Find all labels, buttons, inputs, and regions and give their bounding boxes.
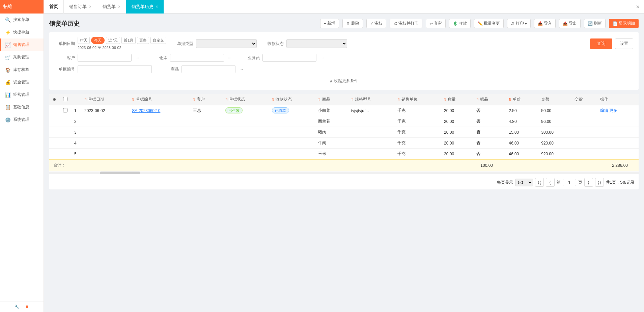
filter-settings-button[interactable]: 设置 (615, 38, 633, 49)
sidebar-item-operations[interactable]: 📊 经营管理 (0, 88, 44, 101)
batch-change-button[interactable]: ✏️ 批量变更 (474, 19, 504, 28)
sidebar-item-quick-nav[interactable]: ⚡ 快捷导航 (0, 26, 44, 38)
sales-mgmt-icon: 📈 (5, 42, 10, 48)
search-menu-icon: 🔍 (5, 17, 10, 23)
filter-actions: 查询 设置 (590, 38, 633, 49)
import-button[interactable]: 📥 导入 (534, 19, 556, 28)
print-button[interactable]: 🖨 打印 ▾ (507, 19, 531, 28)
export-icon: 📤 (563, 21, 568, 26)
warehouse-input[interactable] (170, 54, 224, 62)
sidebar-item-basic-info[interactable]: 📋 基础信息 (0, 101, 44, 113)
product-dots-btn[interactable]: ··· (238, 67, 244, 72)
show-detail-button[interactable]: 📄 显示明细 (609, 19, 639, 28)
salesperson-dots-btn[interactable]: ··· (319, 55, 325, 60)
date-btn-custom[interactable]: 自定义 (150, 37, 166, 44)
close-all-tabs[interactable]: ✕ (632, 4, 644, 9)
basic-info-icon: 📋 (5, 105, 10, 110)
payment-status-badge: 已收款 (272, 107, 289, 113)
customer-dots-btn[interactable]: ··· (134, 55, 140, 60)
query-button[interactable]: 查询 (590, 38, 612, 49)
date-btn-1month[interactable]: 近1月 (121, 37, 136, 44)
tab-delivery[interactable]: 销货单 ✕ (97, 0, 126, 14)
settings-bottom-icon[interactable]: 🔧 (15, 305, 20, 309)
per-page-select[interactable]: 50 100 200 (515, 179, 533, 186)
refresh-icon: 🔄 (588, 21, 593, 26)
row-select-checkbox[interactable] (63, 108, 67, 112)
sidebar-item-system[interactable]: ⚙️ 系统管理 (0, 113, 44, 126)
select-all-checkbox[interactable] (63, 97, 67, 101)
doc-number-link[interactable]: SA-20230602-0 (132, 108, 160, 113)
row-doc-number (129, 127, 190, 138)
sidebar-item-finance[interactable]: 💰 资金管理 (0, 76, 44, 88)
tab-bar: 首页 销售订单 ✕ 销货单 ✕ 销货单历史 ✕ ✕ (44, 0, 644, 14)
export-button[interactable]: 📤 导出 (559, 19, 581, 28)
sales-history-table: ⚙ ⇅ 单据日期 ⇅ 单据编号 ⇅ 客户 ⇅ 单据状态 ⇅ 收款状态 ⇅ 商品 … (49, 94, 639, 159)
customer-input[interactable] (78, 54, 132, 62)
refresh-button[interactable]: 🔄 刷新 (584, 19, 606, 28)
th-unit[interactable]: ⇅ 销售单位 (394, 94, 441, 105)
th-payment-status[interactable]: ⇅ 收款状态 (269, 94, 315, 105)
collect-button[interactable]: 💲 收款 (449, 19, 471, 28)
last-page-btn[interactable]: ⟩⟩ (595, 178, 604, 187)
th-doc-date[interactable]: ⇅ 单据日期 (81, 94, 129, 105)
audit-icon: ✓ (370, 21, 373, 26)
tab-delivery-close[interactable]: ✕ (118, 5, 120, 8)
scrollbar-thumb[interactable] (100, 172, 140, 174)
th-product[interactable]: ⇅ 商品 (315, 94, 347, 105)
date-btn-7days[interactable]: 近7天 (106, 37, 120, 44)
pause-icon[interactable]: ⏸ (25, 305, 29, 309)
tab-delivery-history-close[interactable]: ✕ (156, 5, 158, 8)
sidebar-item-search-menu[interactable]: 🔍 搜索菜单 (0, 14, 44, 26)
warehouse-dots-btn[interactable]: ··· (227, 55, 233, 60)
audit-button[interactable]: ✓ 审核 (366, 19, 386, 28)
filter-collapse-btn[interactable]: ∧ 收起更多条件 (55, 77, 633, 85)
table-scrollbar[interactable] (49, 172, 639, 174)
date-btn-more[interactable]: 更多 (137, 37, 149, 44)
doc-number-input[interactable] (78, 65, 152, 73)
th-settings[interactable]: ⚙ (49, 94, 60, 105)
sidebar-item-label: 经营管理 (13, 92, 29, 98)
table-row: 2 西兰花 千克 20.00 否 4.80 96.00 (49, 116, 639, 127)
th-unit-price[interactable]: ⇅ 单价 (505, 94, 538, 105)
row-gift: 否 (473, 149, 505, 159)
th-spec[interactable]: ⇅ 规格型号 (348, 94, 394, 105)
row-actions: 编辑 更多 (597, 105, 639, 116)
tab-sales-order[interactable]: 销售订单 ✕ (64, 0, 97, 14)
row-num: 4 (71, 138, 81, 149)
sidebar-item-inventory[interactable]: 🏠 库存核算 (0, 63, 44, 76)
th-doc-status[interactable]: ⇅ 单据状态 (222, 94, 269, 105)
row-checkbox (60, 127, 71, 138)
abandon-button[interactable]: ↩ 弃审 (426, 19, 446, 28)
row-doc-date: 2023-06-02 (81, 105, 129, 116)
date-btn-yesterday[interactable]: 昨天 (78, 37, 90, 44)
row-checkbox (60, 149, 71, 159)
prev-page-btn[interactable]: ⟨ (546, 178, 555, 187)
product-input[interactable] (181, 65, 235, 73)
tab-home[interactable]: 首页 (44, 0, 64, 14)
new-button[interactable]: + 新增 (320, 19, 339, 28)
tab-sales-order-close[interactable]: ✕ (89, 5, 91, 8)
payment-status-select[interactable] (286, 39, 347, 48)
row-qty: 20.00 (441, 127, 473, 138)
row-customer (190, 116, 222, 127)
table-footer: 合计： 100.00 2,286.00 (49, 159, 639, 171)
action-btn-1[interactable]: 更多 (609, 108, 617, 113)
sidebar-item-sales-mgmt[interactable]: 📈 销售管理 (0, 38, 44, 51)
salesperson-input[interactable] (262, 54, 316, 62)
sidebar-item-purchase-mgmt[interactable]: 🛒 采购管理 (0, 51, 44, 63)
page-number-input[interactable] (563, 179, 576, 186)
row-doc-status: 已生效 (222, 105, 269, 116)
th-qty[interactable]: ⇅ 数量 (441, 94, 473, 105)
th-doc-number[interactable]: ⇅ 单据编号 (129, 94, 190, 105)
doc-type-select[interactable] (196, 39, 257, 48)
action-btn-0[interactable]: 编辑 (600, 108, 608, 113)
tab-delivery-history[interactable]: 销货单历史 ✕ (126, 0, 164, 14)
toolbar: + 新增 🗑 删除 ✓ 审核 🖨 审核并打印 ↩ 弃审 (320, 19, 639, 28)
th-gift[interactable]: ⇅ 赠品 (473, 94, 505, 105)
date-btn-today[interactable]: 今天 (91, 37, 105, 44)
audit-print-button[interactable]: 🖨 审核并打印 (390, 19, 422, 28)
first-page-btn[interactable]: ⟨⟨ (535, 178, 544, 187)
th-customer[interactable]: ⇅ 客户 (190, 94, 222, 105)
next-page-btn[interactable]: ⟩ (584, 178, 593, 187)
delete-button[interactable]: 🗑 删除 (342, 19, 363, 28)
